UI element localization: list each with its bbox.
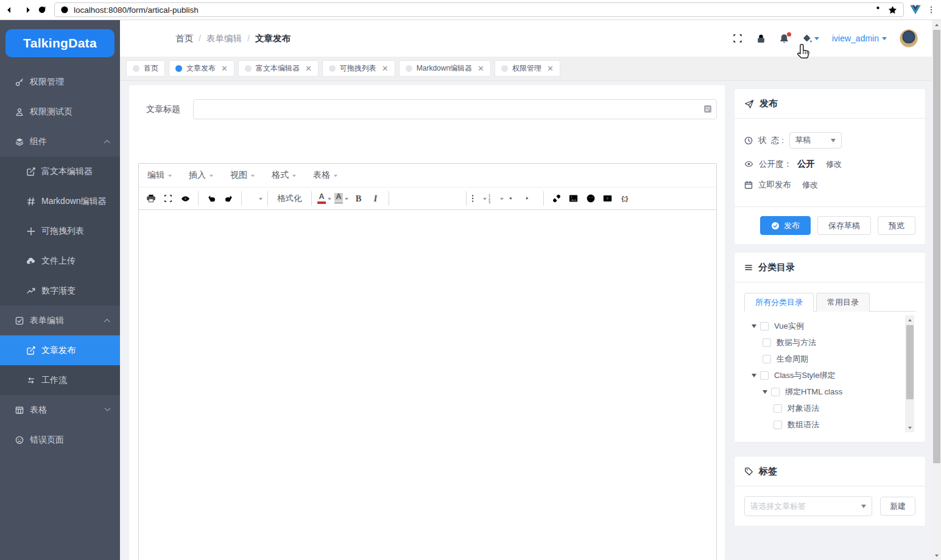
close-icon[interactable]: ✕	[382, 65, 389, 72]
text-color-button[interactable]: A	[317, 191, 333, 206]
sidebar-item[interactable]: 工作流	[0, 365, 120, 395]
media-button[interactable]	[600, 191, 616, 206]
tree-expand-arrow-icon[interactable]	[752, 374, 756, 380]
code-sample-button[interactable]: {;}	[617, 191, 633, 206]
tree-node-label[interactable]: 数组语法	[788, 419, 819, 430]
tree-scrollbar-thumb[interactable]	[906, 325, 914, 399]
sidebar-item[interactable]: Markdown编辑器	[0, 186, 120, 216]
preview-button[interactable]: 预览	[878, 216, 915, 235]
numbered-list-button[interactable]: 123	[488, 191, 504, 206]
status-select[interactable]: 草稿	[789, 132, 842, 149]
sidebar-item[interactable]: 表单编辑	[0, 306, 120, 335]
image-button[interactable]	[566, 191, 582, 206]
schedule-modify-link[interactable]: 修改	[802, 180, 818, 191]
categories-tab[interactable]: 常用目录	[816, 293, 870, 312]
close-icon[interactable]: ✕	[547, 65, 554, 72]
tree-node-label[interactable]: Class与Style绑定	[774, 370, 835, 381]
align-left-button[interactable]	[394, 191, 410, 206]
print-button[interactable]	[143, 191, 159, 206]
preview-button[interactable]	[177, 191, 193, 206]
close-icon[interactable]: ✕	[478, 65, 484, 72]
password-key-icon[interactable]	[873, 5, 883, 15]
editor-menu-格式[interactable]: 格式	[272, 170, 296, 181]
indent-button[interactable]	[523, 191, 538, 206]
open-tab[interactable]: Markdown编辑器✕	[399, 60, 491, 77]
open-tab[interactable]: 权限管理✕	[495, 60, 560, 77]
sidebar-item[interactable]: 错误页面	[0, 425, 120, 455]
bookmark-star-icon[interactable]	[887, 5, 898, 15]
save-draft-button[interactable]: 保存草稿	[817, 216, 871, 235]
lock-icon[interactable]	[756, 33, 766, 44]
sidebar-item[interactable]: 文章发布	[0, 335, 120, 365]
back-icon[interactable]	[5, 5, 16, 15]
tree-checkbox[interactable]	[760, 322, 769, 331]
visibility-modify-link[interactable]: 修改	[826, 159, 842, 170]
editor-menu-视图[interactable]: 视图	[230, 170, 255, 181]
hamburger-menu-icon[interactable]	[134, 33, 147, 44]
editor-menu-插入[interactable]: 插入	[189, 170, 213, 181]
avatar[interactable]	[900, 29, 918, 47]
tree-node-label[interactable]: 对象语法	[788, 403, 819, 414]
sidebar-item[interactable]: 组件	[0, 127, 120, 156]
article-tags-select[interactable]: 请选择文章标签	[744, 496, 872, 516]
notification-bell-icon[interactable]	[779, 33, 789, 44]
browser-menu-icon[interactable]	[927, 5, 936, 15]
emoticons-button[interactable]	[583, 191, 599, 206]
close-icon[interactable]: ✕	[221, 65, 228, 72]
edit-suffix-icon[interactable]	[703, 105, 712, 113]
publish-button[interactable]: 发布	[760, 216, 811, 235]
redo-button[interactable]	[220, 191, 236, 206]
reload-icon[interactable]	[37, 5, 47, 15]
background-color-button[interactable]: A	[334, 191, 350, 206]
sidebar-item[interactable]: 权限管理	[0, 67, 120, 97]
tree-checkbox[interactable]	[763, 338, 771, 347]
tree-scrollbar[interactable]	[905, 315, 914, 432]
article-title-input[interactable]	[194, 100, 716, 119]
editor-menu-编辑[interactable]: 编辑	[147, 170, 172, 181]
editor-content-area[interactable]	[139, 210, 716, 560]
align-right-button[interactable]	[428, 191, 444, 206]
breadcrumb-home[interactable]: 首页	[175, 33, 193, 44]
tree-node-label[interactable]: Vue实例	[774, 321, 804, 332]
address-bar[interactable]: localhost:8080/form/artical-publish	[54, 2, 904, 17]
undo-button[interactable]	[203, 191, 219, 206]
sidebar-item[interactable]: 文件上传	[0, 246, 120, 276]
forward-icon[interactable]	[21, 5, 32, 15]
sidebar-item[interactable]: 可拖拽列表	[0, 216, 120, 246]
page-scrollbar-thumb[interactable]	[933, 30, 940, 463]
user-menu[interactable]: iview_admin	[832, 33, 887, 43]
tree-node-label[interactable]: 数据与方法	[777, 337, 816, 348]
formats-dropdown[interactable]: 格式化	[273, 191, 306, 206]
sidebar-item[interactable]: 数字渐变	[0, 276, 120, 306]
sidebar-item[interactable]: 权限测试页	[0, 97, 120, 127]
language-select-icon[interactable]	[802, 33, 819, 44]
outdent-button[interactable]	[506, 191, 521, 206]
tree-checkbox[interactable]	[763, 355, 771, 363]
categories-tab[interactable]: 所有分类目录	[744, 293, 814, 312]
breadcrumb-form-edit[interactable]: 表单编辑	[206, 33, 242, 44]
tree-checkbox[interactable]	[760, 371, 769, 380]
insert-button[interactable]	[247, 191, 263, 206]
page-scrollbar[interactable]	[932, 20, 941, 560]
bullet-list-button[interactable]	[471, 191, 487, 206]
talkingdata-logo[interactable]: TalkingData	[5, 29, 115, 57]
tree-checkbox[interactable]	[774, 404, 782, 413]
tree-checkbox[interactable]	[771, 388, 780, 396]
editor-menu-表格[interactable]: 表格	[313, 170, 337, 181]
open-tab[interactable]: 首页	[126, 60, 165, 77]
info-icon[interactable]	[60, 5, 69, 14]
tree-expand-arrow-icon[interactable]	[763, 390, 767, 396]
tree-node-label[interactable]: 绑定HTML class	[785, 387, 842, 397]
vue-devtools-icon[interactable]	[909, 4, 922, 15]
italic-button[interactable]: I	[368, 191, 384, 206]
link-button[interactable]	[549, 191, 565, 206]
open-tab[interactable]: 文章发布✕	[169, 60, 234, 77]
tree-node-label[interactable]: 生命周期	[777, 354, 808, 365]
sidebar-item[interactable]: 富文本编辑器	[0, 156, 120, 186]
sidebar-item[interactable]: 表格	[0, 395, 120, 425]
bold-button[interactable]: B	[351, 191, 367, 206]
tree-checkbox[interactable]	[774, 421, 782, 429]
open-tab[interactable]: 富文本编辑器✕	[238, 60, 319, 77]
open-tab[interactable]: 可拖拽列表✕	[322, 60, 395, 77]
fullscreen-icon[interactable]	[732, 33, 743, 44]
